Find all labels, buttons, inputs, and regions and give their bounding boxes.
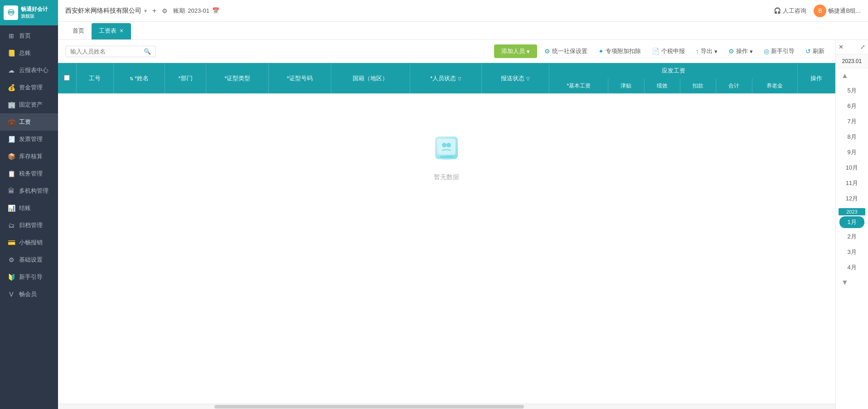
sidebar-icon-multi-org: 🏛 [7, 187, 15, 195]
th-salary-group: 应发工资 [549, 63, 798, 78]
tab-home[interactable]: 首页 [65, 23, 92, 39]
sidebar-item-archive[interactable]: 🗂归档管理 [0, 217, 58, 234]
month-2022-12[interactable]: 12月 [836, 191, 868, 206]
sidebar-icon-payroll: 💼 [7, 118, 15, 126]
month-2022-11[interactable]: 11月 [836, 175, 868, 191]
month-2023-01[interactable]: 1月 [839, 216, 864, 228]
sidebar-icon-fund: 💰 [7, 84, 15, 91]
user-avatar: B [814, 5, 826, 17]
th-allowance: 津贴 [608, 78, 644, 93]
export-label: 导出 [701, 47, 713, 55]
sidebar-icon-archive: 🗂 [7, 222, 15, 229]
scroll-thumb[interactable] [214, 405, 524, 409]
social-security-icon: ⚙ [544, 48, 550, 55]
special-deduction-label: 专项附加扣除 [606, 47, 641, 55]
sidebar-item-multi-org[interactable]: 🏛多机构管理 [0, 182, 58, 200]
sidebar-item-guide[interactable]: 🔰新手引导 [0, 268, 58, 286]
tab-payroll-table[interactable]: 工资表 ✕ [92, 23, 131, 39]
company-chevron-icon: ▾ [144, 8, 147, 14]
personal-tax-btn[interactable]: 📄 个税申报 [648, 45, 689, 57]
sidebar-item-expense[interactable]: 💳小畅报销 [0, 234, 58, 251]
tab-close-icon[interactable]: ✕ [119, 28, 124, 34]
calendar-icon[interactable]: 📅 [212, 7, 219, 14]
period-label: 账期 2023-01 📅 [173, 7, 219, 15]
new-guide-btn[interactable]: ◎ 新手引导 [760, 45, 798, 57]
calendar-panel: ✕ ⤢ 2023.01 ▲ 5月 6月 7月 8月 9月 10月 11月 12月 [835, 40, 868, 409]
month-2022-10[interactable]: 10月 [836, 160, 868, 175]
select-all-checkbox[interactable] [64, 75, 70, 81]
tabs-bar: 首页 工资表 ✕ [58, 22, 868, 40]
sidebar-item-tax[interactable]: 📋税务管理 [0, 165, 58, 182]
th-name[interactable]: ⇅ *姓名 [114, 63, 165, 93]
month-2023-03[interactable]: 3月 [836, 244, 868, 260]
special-deduction-btn[interactable]: ✦ 专项附加扣除 [595, 45, 645, 57]
scroll-bar[interactable] [58, 404, 835, 409]
sidebar-item-settings[interactable]: ⚙基础设置 [0, 251, 58, 268]
sidebar-icon-ledger: 📒 [7, 49, 15, 57]
new-guide-label: 新手引导 [771, 47, 795, 55]
month-2022-07[interactable]: 7月 [836, 114, 868, 129]
social-security-btn[interactable]: ⚙ 统一社保设置 [541, 45, 591, 57]
panel-expand-button[interactable]: ⤢ [860, 44, 865, 50]
toolbar: 🔍 添加人员 ▾ ⚙ 统一社保设置 ✦ 专项附加扣除 [58, 40, 835, 63]
period-value[interactable]: 2023-01 [188, 7, 209, 14]
calendar-nav-down[interactable]: ▼ [836, 275, 868, 290]
sidebar-item-settlement[interactable]: 📊结账 [0, 200, 58, 217]
period-label-text: 账期 [173, 7, 185, 15]
logo-name: 畅通好会计 [21, 6, 48, 13]
user-menu[interactable]: B 畅捷通B组... [814, 5, 861, 17]
empty-row: 暂无数据 [58, 93, 835, 218]
export-btn[interactable]: ↑ 导出 ▾ [692, 45, 721, 57]
month-2022-09[interactable]: 9月 [836, 145, 868, 160]
sidebar-icon-member: V [7, 291, 15, 298]
panel-close-button[interactable]: ✕ [839, 44, 844, 50]
year-2023-label: 2023 [839, 208, 865, 215]
sidebar-item-ledger[interactable]: 📒总账 [0, 44, 58, 62]
th-report-status[interactable]: 报送状态 ▽ [482, 63, 549, 93]
search-box[interactable]: 🔍 [65, 46, 156, 57]
calendar-down-icon[interactable]: ▼ [839, 277, 850, 288]
logo-sub: 旗舰版 [21, 13, 48, 19]
month-2022-05[interactable]: 5月 [836, 83, 868, 98]
table-area: 🔍 添加人员 ▾ ⚙ 统一社保设置 ✦ 专项附加扣除 [58, 40, 835, 409]
calendar-period-value: 2023.01 [842, 58, 862, 64]
sidebar-item-member[interactable]: V畅会员 [0, 286, 58, 303]
month-2022-06[interactable]: 6月 [836, 98, 868, 114]
sidebar-item-cloud-report[interactable]: ☁云报表中心 [0, 62, 58, 79]
calendar-up-icon[interactable]: ▲ [839, 70, 850, 81]
th-person-status[interactable]: *人员状态 ▽ [410, 63, 482, 93]
sidebar-label-tax: 税务管理 [19, 170, 43, 178]
support-btn[interactable]: 🎧 人工咨询 [774, 7, 806, 15]
sidebar-item-payroll[interactable]: 💼工资 [0, 113, 58, 131]
month-2023-02[interactable]: 2月 [836, 229, 868, 244]
header-settings-icon[interactable]: ⚙ [162, 7, 168, 15]
sidebar-item-fund[interactable]: 💰资金管理 [0, 79, 58, 96]
sidebar-item-invoice[interactable]: 🧾发票管理 [0, 131, 58, 148]
sidebar-icon-guide: 🔰 [7, 273, 15, 281]
toolbar-right: 添加人员 ▾ ⚙ 统一社保设置 ✦ 专项附加扣除 📄 个税申报 [494, 44, 828, 58]
sidebar-label-fixed-assets: 固定资产 [19, 101, 43, 109]
company-name: 西安虾米网络科技有限公司 [65, 7, 141, 15]
header-actions: 🎧 人工咨询 B 畅捷通B组... [774, 5, 861, 17]
add-person-button[interactable]: 添加人员 ▾ [494, 44, 537, 58]
refresh-label: 刷新 [813, 47, 824, 55]
sidebar-label-payroll: 工资 [19, 118, 31, 126]
sidebar-item-fixed-assets[interactable]: 🏢固定资产 [0, 96, 58, 113]
th-checkbox[interactable] [58, 63, 76, 93]
operations-btn[interactable]: ⚙ 操作 ▾ [725, 45, 756, 57]
sidebar-label-cloud-report: 云报表中心 [19, 66, 48, 74]
sidebar-item-inventory[interactable]: 📦库存核算 [0, 148, 58, 165]
company-selector[interactable]: 西安虾米网络科技有限公司 ▾ [65, 7, 147, 15]
name-sort-icon: ⇅ [130, 76, 133, 81]
month-2022-08[interactable]: 8月 [836, 129, 868, 145]
calendar-nav-up[interactable]: ▲ [836, 68, 868, 83]
support-icon: 🎧 [774, 7, 781, 14]
sidebar-item-home[interactable]: ⊞首页 [0, 27, 58, 44]
sidebar-icon-tax: 📋 [7, 170, 15, 177]
user-name: 畅捷通B组... [828, 7, 861, 15]
month-2023-04[interactable]: 4月 [836, 260, 868, 275]
refresh-btn[interactable]: ↺ 刷新 [802, 45, 828, 57]
empty-icon [428, 130, 465, 166]
search-input[interactable] [70, 48, 141, 55]
add-icon[interactable]: + [152, 7, 156, 15]
